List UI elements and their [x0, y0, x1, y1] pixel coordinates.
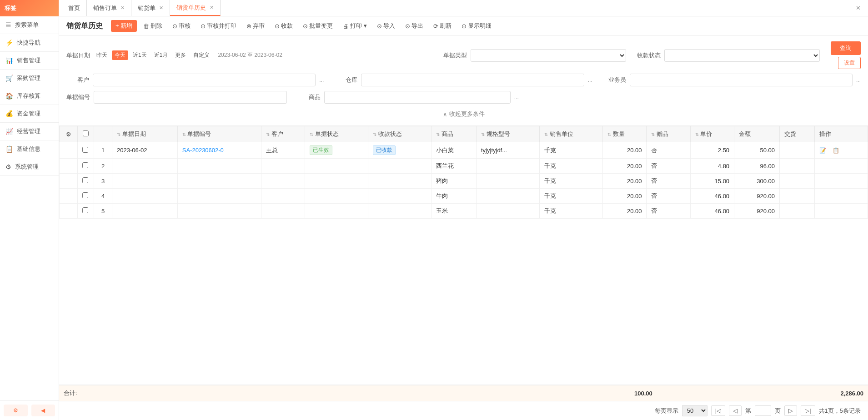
cell-price: 15.00 [690, 174, 734, 189]
row-checkbox-1[interactable] [82, 162, 88, 168]
sidebar-item-ops-mgmt[interactable]: 📈 经营管理 [0, 123, 59, 140]
date-tag-7days[interactable]: 近1天 [130, 50, 150, 60]
receive-status-select[interactable] [664, 49, 820, 62]
print-icon: 🖨 [343, 23, 349, 30]
cell-action [815, 159, 868, 174]
new-button[interactable]: + 新增 [111, 20, 137, 32]
col-qty[interactable]: ⇅ 数量 [603, 126, 647, 142]
cell-check [78, 189, 94, 204]
col-doc-no[interactable]: ⇅ 单据编号 [177, 126, 261, 142]
show-detail-button[interactable]: ⊙ 显示明细 [458, 20, 495, 32]
tab-sales-history[interactable]: 销货单历史 ✕ [170, 0, 221, 16]
col-receive-status[interactable]: ⇅ 收款状态 [368, 126, 431, 142]
date-tag-yesterday[interactable]: 昨天 [94, 50, 110, 60]
col-price[interactable]: ⇅ 单价 [690, 126, 734, 142]
receive-button[interactable]: ⊙ 收款 [271, 20, 296, 32]
col-unit[interactable]: ⇅ 销售单位 [540, 126, 603, 142]
date-tag-custom[interactable]: 自定义 [191, 50, 212, 60]
sidebar-item-sys-mgmt[interactable]: ⚙ 系统管理 [0, 158, 59, 176]
sidebar-item-purchase-mgmt[interactable]: 🛒 采购管理 [0, 70, 59, 87]
tab-close-sales-delivery[interactable]: ✕ [159, 5, 163, 11]
collapse-button[interactable]: ∧ 收起更多条件 [66, 108, 861, 120]
row-checkbox-3[interactable] [82, 192, 88, 198]
tab-close-sales-history[interactable]: ✕ [210, 5, 214, 10]
row-edit-btn[interactable]: 📝 [819, 147, 826, 154]
discard-button[interactable]: ⊗ 弃审 [243, 20, 268, 32]
summary-total-amount: 2,286.00 [827, 390, 863, 397]
col-customer[interactable]: ⇅ 客户 [261, 126, 305, 142]
col-spec[interactable]: ⇅ 规格型号 [477, 126, 540, 142]
date-tag-more[interactable]: 更多 [172, 50, 189, 60]
page-number-input[interactable]: 1 [755, 405, 771, 416]
sidebar-settings-btn[interactable]: ⚙ [4, 405, 28, 416]
sidebar-collapse-btn[interactable]: ◀ [31, 405, 55, 416]
cell-price: 46.00 [690, 189, 734, 204]
sidebar-item-finance-mgmt[interactable]: 💰 资金管理 [0, 105, 59, 123]
set-button[interactable]: 设置 [838, 57, 861, 69]
row-copy-btn[interactable]: 📋 [833, 147, 839, 154]
customer-input[interactable] [93, 74, 316, 86]
sidebar-item-base-info[interactable]: 📋 基础信息 [0, 140, 59, 158]
col-doc-date[interactable]: ⇅ 单据日期 [112, 126, 178, 142]
cell-doc-date [112, 159, 178, 174]
sidebar-item-quick-nav[interactable]: ⚡ 快捷导航 [0, 34, 59, 52]
query-button[interactable]: 查询 [831, 41, 861, 55]
cell-customer [261, 204, 305, 219]
staff-input[interactable] [630, 74, 853, 86]
import-button[interactable]: ⊙ 导入 [373, 20, 399, 32]
goods-picker[interactable]: ... [514, 94, 519, 100]
sidebar-item-sales-mgmt[interactable]: 📊 销售管理 [0, 52, 59, 70]
warehouse-picker[interactable]: ... [588, 77, 592, 83]
row-checkbox-2[interactable] [82, 177, 88, 183]
page-size-select[interactable]: 50 100 200 [682, 405, 707, 416]
cell-num: 3 [94, 174, 112, 189]
prev-page-btn[interactable]: ◁ [729, 405, 742, 416]
tab-bar-close-all[interactable]: ✕ [850, 5, 866, 11]
audit-button[interactable]: ⊙ 审核 [169, 20, 194, 32]
col-goods[interactable]: ⇅ 商品 [431, 126, 477, 142]
col-settings[interactable]: ⚙ [60, 126, 78, 142]
doc-type-select[interactable] [471, 49, 626, 62]
cell-receive-status [368, 174, 431, 189]
print-button[interactable]: 🖨 打印 ▾ [339, 20, 371, 32]
delete-button[interactable]: 🗑 删除 [140, 20, 166, 32]
chevron-up-icon: ∧ [443, 111, 447, 118]
cell-trade [779, 204, 814, 219]
customer-picker[interactable]: ... [319, 77, 324, 83]
batch-change-button[interactable]: ⊙ 批量变更 [299, 20, 336, 32]
cell-num: 2 [94, 159, 112, 174]
cell-doc-status: 已生效 [305, 142, 368, 159]
cell-qty: 20.00 [603, 174, 647, 189]
refresh-button[interactable]: ⟳ 刷新 [430, 20, 455, 32]
tab-sales-delivery[interactable]: 销货单 ✕ [131, 0, 170, 16]
sort-icon-docno: ⇅ [182, 132, 186, 137]
cell-doc-no: SA-20230602-0 [177, 142, 261, 159]
last-page-btn[interactable]: ▷| [801, 405, 815, 416]
doc-no-link[interactable]: SA-20230602-0 [182, 147, 224, 154]
sort-icon-unit: ⇅ [544, 132, 548, 137]
audit-print-button[interactable]: ⊙ 审核并打印 [197, 20, 240, 32]
home-icon: 🏠 [5, 92, 13, 100]
sidebar-item-search-menu[interactable]: ☰ 搜索菜单 [0, 16, 59, 34]
cell-action [815, 189, 868, 204]
tab-home[interactable]: 首页 [61, 0, 87, 16]
tab-sales-order[interactable]: 销售订单 ✕ [87, 0, 131, 16]
goods-input[interactable] [324, 91, 510, 104]
warehouse-input[interactable] [361, 74, 584, 86]
cell-check [78, 159, 94, 174]
select-all-checkbox[interactable] [83, 130, 89, 136]
row-checkbox-4[interactable] [82, 207, 88, 213]
first-page-btn[interactable]: |◁ [711, 405, 725, 416]
col-gift[interactable]: ⇅ 赠品 [647, 126, 690, 142]
date-tag-today[interactable]: 今天 [112, 50, 128, 60]
export-button[interactable]: ⊙ 导出 [401, 20, 427, 32]
col-doc-status[interactable]: ⇅ 单据状态 [305, 126, 368, 142]
tab-close-sales-order[interactable]: ✕ [120, 5, 125, 11]
next-page-btn[interactable]: ▷ [784, 405, 797, 416]
doc-no-input[interactable] [94, 91, 287, 104]
date-tag-1month[interactable]: 近1月 [151, 50, 171, 60]
sidebar-item-inventory[interactable]: 🏠 库存核算 [0, 87, 59, 105]
cell-customer [261, 189, 305, 204]
staff-picker[interactable]: ... [856, 77, 861, 83]
row-checkbox-0[interactable] [82, 147, 88, 153]
